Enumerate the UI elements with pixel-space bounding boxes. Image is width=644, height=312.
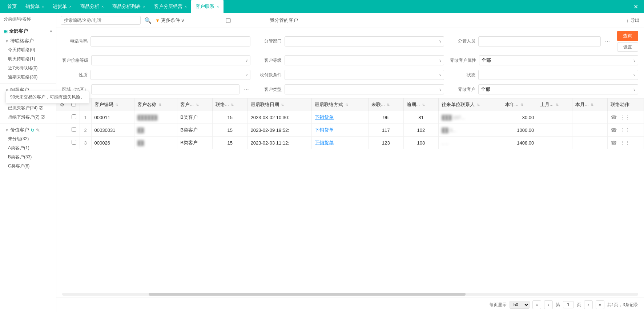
col-name[interactable]: 客户名称 ⇅ bbox=[134, 98, 177, 111]
retail-attr-select[interactable]: 全部 ∨ bbox=[479, 55, 638, 65]
nav-customer-contact-close[interactable]: × bbox=[217, 4, 219, 9]
price-level-select[interactable]: ∨ bbox=[91, 55, 250, 65]
settings-button[interactable]: 设置 bbox=[617, 42, 638, 52]
col-this-month[interactable]: 本月... ⇅ bbox=[572, 98, 607, 111]
chevron-down-icon8: ∨ bbox=[633, 73, 636, 77]
sidebar-item-7days-pending[interactable]: 近7天待联络(0) bbox=[0, 64, 56, 73]
arrow-down-icon3: ▼ bbox=[5, 128, 9, 132]
pagination-prev[interactable]: ‹ bbox=[544, 300, 553, 309]
more-action-icon[interactable]: ⋮⋮ bbox=[620, 114, 630, 120]
dept-select[interactable]: ∨ bbox=[285, 36, 444, 46]
nav-customer-segment-close[interactable]: × bbox=[185, 4, 187, 9]
sidebar-item-today-pending[interactable]: 今天待联络(0) bbox=[0, 45, 56, 54]
dept-label: 分管部门 bbox=[256, 38, 282, 44]
row-company-contact: ██ 3... bbox=[439, 124, 502, 137]
nav-home[interactable]: 首页 bbox=[3, 0, 21, 13]
sidebar-all-customers[interactable]: ⊞ 全部客户 « bbox=[0, 25, 56, 36]
row-contact: 15 bbox=[212, 124, 247, 137]
my-customers-checkbox-label[interactable]: 我分管的客户 bbox=[188, 17, 298, 24]
retail-customer-select[interactable]: 全部 ∨ bbox=[478, 84, 638, 94]
sidebar-item-a-class[interactable]: A类客户(1) bbox=[0, 143, 56, 153]
collapse-icon[interactable]: « bbox=[50, 29, 52, 34]
filter-row-retail-customer: 零散客户 全部 ∨ bbox=[450, 84, 638, 95]
phone-input[interactable] bbox=[90, 36, 250, 46]
manager-select[interactable] bbox=[478, 36, 600, 46]
sidebar-item-declining[interactable]: 持续下滑客户(2) ② bbox=[0, 113, 56, 122]
per-page-select[interactable]: 50 100 200 bbox=[510, 301, 530, 309]
sidebar-group-value[interactable]: ▼ 价值客户 ↻ ✎ bbox=[0, 125, 56, 134]
contact-action-icon[interactable]: ☎ bbox=[611, 114, 617, 120]
scrollbar-thumb[interactable] bbox=[149, 293, 466, 296]
sort-icon12: ⇅ bbox=[591, 103, 593, 107]
col-contact[interactable]: 联络... ⇅ bbox=[212, 98, 247, 111]
nav-analysis-close[interactable]: × bbox=[101, 4, 104, 9]
sidebar-item-ungrouped[interactable]: 未分组(32) bbox=[0, 134, 56, 143]
nav-purchase[interactable]: 进货单 × bbox=[48, 0, 76, 13]
sidebar-item-overdue-pending[interactable]: 逾期未联络(30) bbox=[0, 73, 56, 82]
row-checkbox[interactable] bbox=[68, 137, 80, 149]
search-button[interactable]: 🔍 bbox=[144, 17, 152, 24]
search-input[interactable] bbox=[61, 16, 141, 25]
nav-analysis-list-close[interactable]: × bbox=[143, 4, 145, 9]
page-number-input[interactable] bbox=[563, 301, 574, 308]
payment-select[interactable]: ∨ bbox=[285, 70, 444, 80]
col-last-date[interactable]: 最后联络日期 ⇅ bbox=[247, 98, 312, 111]
region-select[interactable] bbox=[91, 84, 240, 94]
refresh-icon[interactable]: ↻ bbox=[31, 127, 35, 133]
nav-purchase-close[interactable]: × bbox=[69, 4, 71, 9]
sidebar-item-churned[interactable]: 已流失客户(24) ② bbox=[0, 104, 56, 113]
col-overdue[interactable]: 逾期... ⇅ bbox=[403, 98, 439, 111]
nav-sales-close[interactable]: × bbox=[42, 4, 44, 9]
chevron-down-icon2: ∨ bbox=[439, 39, 442, 43]
row-checkbox[interactable] bbox=[68, 111, 80, 124]
col-not-contacted[interactable]: 未联... ⇅ bbox=[368, 98, 403, 111]
customer-table: ⚙ 客户编码 ⇅ 客户名称 ⇅ 客户... ⇅ 联络... ⇅ 最后联络日期 ⇅… bbox=[56, 98, 644, 149]
sidebar-item-tomorrow-pending[interactable]: 明天待联络(1) bbox=[0, 54, 56, 64]
window-close[interactable]: ✕ bbox=[631, 3, 641, 10]
query-button[interactable]: 查询 bbox=[617, 31, 638, 41]
pagination-first[interactable]: « bbox=[532, 300, 541, 309]
nav-analysis[interactable]: 商品分析 × bbox=[76, 0, 108, 13]
sidebar-item-c-class[interactable]: C类客户(6) bbox=[0, 162, 56, 171]
col-last-method[interactable]: 最后联络方式 ⇅ bbox=[312, 98, 369, 111]
nav-customer-segment[interactable]: 客户分层经营 × bbox=[150, 0, 191, 13]
status-select[interactable]: ∨ bbox=[478, 70, 638, 80]
row-checkbox[interactable] bbox=[68, 124, 80, 137]
horizontal-scrollbar[interactable] bbox=[62, 293, 638, 296]
pagination-last[interactable]: » bbox=[596, 300, 604, 309]
col-this-year[interactable]: 本年... ⇅ bbox=[502, 98, 537, 111]
export-icon: ↑ bbox=[627, 18, 629, 23]
row-last-method[interactable]: 下销货单 bbox=[312, 137, 369, 149]
nature-select[interactable]: ∨ bbox=[90, 70, 250, 80]
export-button[interactable]: ↑ 导出 bbox=[627, 17, 640, 24]
nav-analysis-list[interactable]: 商品分析列表 × bbox=[108, 0, 149, 13]
col-code[interactable]: 客户编码 ⇅ bbox=[91, 98, 134, 111]
edit-icon[interactable]: ✎ bbox=[36, 127, 40, 133]
col-type[interactable]: 客户... ⇅ bbox=[177, 98, 213, 111]
nav-customer-contact[interactable]: 客户联系 × bbox=[191, 0, 223, 13]
contact-action-icon[interactable]: ☎ bbox=[611, 140, 617, 146]
sidebar-item-b-class[interactable]: B类客户(33) bbox=[0, 153, 56, 162]
col-company-contact[interactable]: 往来单位联系人 ⇅ bbox=[439, 98, 502, 111]
customer-level-select[interactable]: ∨ bbox=[285, 55, 444, 65]
manager-more-btn[interactable]: ··· bbox=[604, 38, 611, 45]
sidebar-search-input[interactable] bbox=[4, 16, 56, 21]
customer-type-select[interactable]: ∨ bbox=[285, 84, 444, 94]
col-last-month[interactable]: 上月... ⇅ bbox=[537, 98, 572, 111]
more-conditions-btn[interactable]: ▼ 更多条件 ∨ bbox=[155, 17, 185, 24]
more-action-icon[interactable]: ⋮⋮ bbox=[620, 127, 630, 133]
row-last-method[interactable]: 下销货单 bbox=[312, 111, 369, 124]
contact-action-icon[interactable]: ☎ bbox=[611, 127, 617, 133]
region-more-btn[interactable]: ··· bbox=[242, 86, 250, 93]
main-container: 🔍 ⊞ 全部客户 « ▼ 待联络客户 今天待联络(0) 明天待联络(1) 近7天… bbox=[0, 13, 644, 312]
row-overdue: 102 bbox=[403, 124, 439, 137]
more-action-icon[interactable]: ⋮⋮ bbox=[620, 140, 630, 146]
nav-sales[interactable]: 销货单 × bbox=[21, 0, 48, 13]
row-actions: ☎ ⋮⋮ bbox=[607, 111, 644, 124]
my-customers-checkbox[interactable] bbox=[188, 18, 268, 23]
sidebar-group-pending[interactable]: ▼ 待联络客户 bbox=[0, 36, 56, 45]
row-last-method[interactable]: 下销货单 bbox=[312, 124, 369, 137]
row-last-date: 2023-02-09 19:52: bbox=[247, 124, 312, 137]
row-not-contacted: 117 bbox=[368, 124, 403, 137]
pagination-next[interactable]: › bbox=[584, 300, 593, 309]
